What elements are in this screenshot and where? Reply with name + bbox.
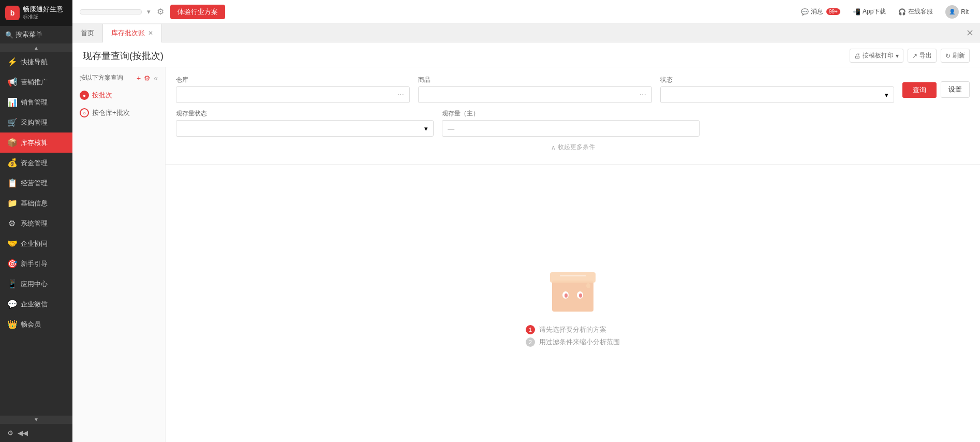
sidebar-item-apps[interactable]: 📱 应用中心 <box>0 274 72 294</box>
sidebar: b 畅康通好生意 标准版 🔍 搜索菜单 ▲ ⚡ 快捷导航 📢 营销推广 📊 销售… <box>0 0 72 442</box>
search-icon: 🔍 <box>5 31 13 39</box>
scheme-item-warehouse-batch[interactable]: ○ 按仓库+批次 <box>72 104 165 122</box>
sidebar-item-member[interactable]: 👑 畅会员 <box>0 314 72 334</box>
sidebar-item-inventory[interactable]: 📦 库存核算 <box>0 132 72 153</box>
sidebar-item-label: 库存核算 <box>21 138 48 148</box>
inventory-qty-input[interactable]: — <box>442 120 700 137</box>
sidebar-item-enterprise[interactable]: 🤝 企业协同 <box>0 233 72 254</box>
topbar-search[interactable] <box>80 9 142 14</box>
page-header: 现存量查询(按批次) 🖨 按模板打印 ▾ ↗ 导出 ↻ 刷新 <box>72 42 980 67</box>
collapse-chevron-icon: ∧ <box>551 144 556 151</box>
print-template-btn[interactable]: 🖨 按模板打印 ▾ <box>850 49 903 63</box>
product-label: 商品 <box>418 76 652 84</box>
tab-home-label: 首页 <box>81 28 94 38</box>
empty-hint-1: 1 请先选择要分析的方案 <box>526 325 620 334</box>
refresh-btn[interactable]: ↻ 刷新 <box>941 49 970 63</box>
sidebar-item-label: 系统管理 <box>21 219 48 228</box>
scheme-settings-btn[interactable]: ⚙ <box>144 74 151 82</box>
messages-badge: 99+ <box>826 8 840 15</box>
sidebar-item-basic[interactable]: 📁 基础信息 <box>0 193 72 213</box>
scheme-active-icon: ● <box>80 91 89 100</box>
sidebar-item-label: 应用中心 <box>21 279 48 289</box>
inventory-qty-value: — <box>448 125 454 132</box>
hint-num-2: 2 <box>526 337 535 347</box>
empty-state: 1 请先选择要分析的方案 2 用过滤条件来缩小分析范围 <box>166 165 980 442</box>
scheme-inactive-icon: ○ <box>80 108 89 117</box>
app-download-label: App下载 <box>863 7 886 16</box>
sidebar-item-guide[interactable]: 🎯 新手引导 <box>0 254 72 274</box>
collapse-panel-btn[interactable]: « <box>154 74 158 82</box>
collapse-sidebar-icon[interactable]: ◀◀ <box>18 429 28 437</box>
status-select[interactable]: ▾ <box>660 86 894 103</box>
status-field: 状态 ▾ <box>660 76 894 103</box>
sidebar-item-label: 新手引导 <box>21 259 48 269</box>
scheme-warehouse-batch-label: 按仓库+批次 <box>92 108 130 117</box>
sidebar-item-quick[interactable]: ⚡ 快捷导航 <box>0 52 72 72</box>
product-field: 商品 ··· <box>418 76 652 103</box>
messages-btn[interactable]: 💬 消息 99+ <box>797 7 844 16</box>
user-profile-btn[interactable]: 👤 Rit <box>941 5 973 19</box>
hint-text-2: 用过滤条件来缩小分析范围 <box>539 337 620 347</box>
sidebar-item-marketing[interactable]: 📢 营销推广 <box>0 72 72 92</box>
svg-point-4 <box>565 293 568 298</box>
settings-footer-icon[interactable]: ⚙ <box>7 429 13 437</box>
app-version: 标准版 <box>23 13 63 21</box>
warehouse-input[interactable]: ··· <box>176 86 410 103</box>
empty-hints: 1 请先选择要分析的方案 2 用过滤条件来缩小分析范围 <box>526 325 620 347</box>
enterprise-icon: 🤝 <box>7 239 17 248</box>
query-btn[interactable]: 查询 <box>902 82 937 98</box>
sidebar-item-system[interactable]: ⚙ 系统管理 <box>0 213 72 233</box>
user-name: Rit <box>961 8 969 16</box>
sidebar-item-purchase[interactable]: 🛒 采购管理 <box>0 112 72 132</box>
online-service-btn[interactable]: 🎧 在线客服 <box>894 7 937 16</box>
print-dropdown-icon[interactable]: ▾ <box>896 52 899 60</box>
tab-inventory-batch-label: 库存批次账 <box>111 28 145 38</box>
tab-close-icon[interactable]: ✕ <box>148 30 153 37</box>
inventory-qty-label: 现存量（主） <box>442 109 700 118</box>
inventory-qty-field: 现存量（主） — <box>442 109 700 137</box>
product-more-btn[interactable]: ··· <box>640 90 646 99</box>
sidebar-item-finance[interactable]: 💰 资金管理 <box>0 153 72 173</box>
topbar: ▾ ⚙ 体验行业方案 💬 消息 99+ 📲 App下载 🎧 在线客服 👤 Rit <box>72 0 980 24</box>
sidebar-item-label: 畅会员 <box>21 320 41 329</box>
topbar-search-dropdown[interactable]: ▾ <box>147 8 151 16</box>
online-service-label: 在线客服 <box>908 7 933 16</box>
tabs-close-all-btn[interactable]: ✕ <box>960 27 980 39</box>
empty-illustration <box>542 260 604 317</box>
product-input[interactable]: ··· <box>418 86 652 103</box>
inventory-status-select[interactable]: ▾ <box>176 120 434 137</box>
svg-point-5 <box>579 293 582 298</box>
inventory-status-field: 现存量状态 ▾ <box>176 109 434 137</box>
tab-home[interactable]: 首页 <box>72 24 103 42</box>
sidebar-item-wechat[interactable]: 💬 企业微信 <box>0 294 72 314</box>
left-panel-title: 按以下方案查询 <box>80 73 123 82</box>
warehouse-more-btn[interactable]: ··· <box>397 90 404 99</box>
scheme-item-batch[interactable]: ● 按批次 <box>72 86 165 104</box>
app-name: 畅康通好生意 <box>23 5 63 13</box>
sidebar-item-sales[interactable]: 📊 销售管理 <box>0 92 72 112</box>
sidebar-item-label: 资金管理 <box>21 158 48 168</box>
filter-form: 仓库 ··· 商品 ··· <box>166 67 980 165</box>
topbar-settings-icon[interactable]: ⚙ <box>157 7 164 17</box>
sidebar-nav: ⚡ 快捷导航 📢 营销推广 📊 销售管理 🛒 采购管理 📦 库存核算 💰 资金管… <box>0 52 72 416</box>
marketing-icon: 📢 <box>7 77 17 87</box>
scroll-down-btn[interactable]: ▼ <box>0 416 72 423</box>
search-menu[interactable]: 🔍 搜索菜单 <box>0 26 72 44</box>
download-icon: 📲 <box>853 8 860 16</box>
collapse-more-btn[interactable]: ∧ 收起更多条件 <box>176 139 970 156</box>
sidebar-header: b 畅康通好生意 标准版 <box>0 0 72 26</box>
left-panel: 按以下方案查询 + ⚙ « ● 按批次 ○ 按仓库+批次 <box>72 67 166 442</box>
experience-btn[interactable]: 体验行业方案 <box>170 5 225 19</box>
empty-box-svg <box>542 260 604 317</box>
settings-btn[interactable]: 设置 <box>941 81 970 98</box>
message-icon: 💬 <box>801 8 809 16</box>
add-scheme-btn[interactable]: + <box>137 74 141 82</box>
export-btn[interactable]: ↗ 导出 <box>908 49 937 63</box>
scroll-up-btn[interactable]: ▲ <box>0 44 72 52</box>
tab-inventory-batch[interactable]: 库存批次账 ✕ <box>103 24 162 43</box>
print-icon: 🖨 <box>854 52 860 60</box>
apps-icon: 📱 <box>7 279 17 289</box>
sidebar-item-operation[interactable]: 📋 经营管理 <box>0 173 72 193</box>
warehouse-field: 仓库 ··· <box>176 76 410 103</box>
app-download-btn[interactable]: 📲 App下载 <box>849 7 890 16</box>
